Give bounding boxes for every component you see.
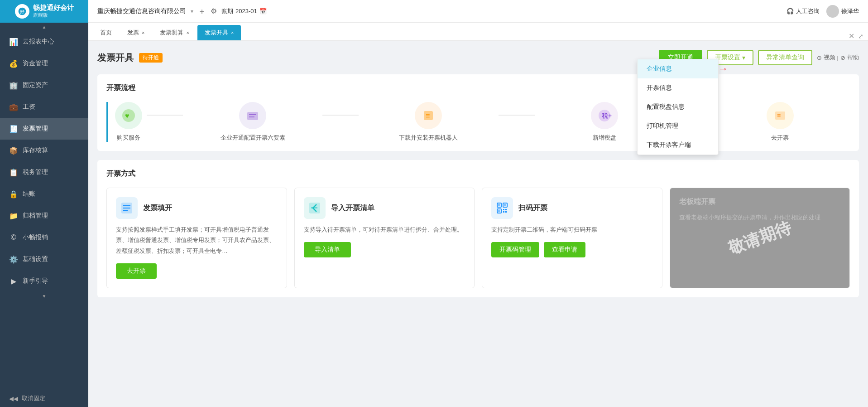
method-header-boss: 老板端开票 (679, 197, 841, 207)
jiezhang-icon: 🔒 (9, 189, 18, 199)
flow-label-0: 购买服务 (117, 134, 140, 142)
kucun-icon: 📦 (9, 146, 18, 155)
sidebar-scroll-up[interactable]: ▲ (0, 23, 88, 31)
flow-icon-2: ≡ (415, 102, 442, 129)
tabs-actions: ✕ ⤢ (849, 32, 863, 40)
tabs-expand-button[interactable]: ⤢ (858, 33, 863, 40)
tab-home[interactable]: 首页 (93, 25, 119, 40)
method-card-import: 导入开票清单 支持导入待开票清单，可对待开票清单进行拆分、合并处理。 导入清单 (294, 188, 475, 288)
sidebar-item-fapiao[interactable]: 🧾 发票管理 (0, 118, 88, 140)
tab-fapiao-close[interactable]: × (142, 30, 144, 35)
flow-label-3: 新增税盘 (593, 134, 616, 142)
sidebar-label-jichushezhi: 基础设置 (23, 255, 48, 263)
svg-text:好: 好 (20, 9, 24, 14)
qr-manage-button[interactable]: 开票码管理 (491, 242, 539, 257)
sidebar-item-jichushezhi[interactable]: ⚙️ 基础设置 (0, 248, 88, 270)
boss-desc: 查看老板端小程序提交的开票申请，并作出相应的处理 (679, 212, 841, 223)
method-header-import: 导入开票清单 (304, 197, 465, 219)
fillout-go-button[interactable]: 去开票 (116, 263, 157, 279)
flow-steps: ♥ 购买服务 企业开通配置开票六要素 ≡ (106, 102, 850, 142)
sidebar-unpin-button[interactable]: ◀◀ 取消固定 (0, 390, 88, 407)
fillout-icon (116, 197, 138, 219)
calendar-icon[interactable]: 📅 (259, 8, 267, 15)
sidebar-item-guidang[interactable]: 📁 归档管理 (0, 205, 88, 227)
sidebar-item-yunbaobiao[interactable]: 📊 云报表中心 (0, 31, 88, 53)
sidebar-item-jiezhang[interactable]: 🔒 结账 (0, 183, 88, 205)
headset-icon: 🎧 (786, 8, 794, 15)
method-header-fillout: 发票填开 (116, 197, 278, 219)
dropdown-label-taxdisk: 配置税盘信息 (647, 103, 685, 110)
tab-fapiaokaiju[interactable]: 发票开具 × (197, 25, 241, 40)
flow-section: 开票流程 ♥ 购买服务 企业开通配置开票六要素 (97, 74, 859, 151)
user-name: 徐泽华 (841, 7, 859, 15)
tab-fapiaokaiju-label: 发票开具 (205, 29, 228, 37)
tab-fapiao[interactable]: 发票 × (120, 25, 152, 40)
tabs-bar: 首页 发票 × 发票测算 × 发票开具 × ✕ ⤢ (88, 23, 868, 41)
sidebar-item-xinshouyindao[interactable]: ▶ 新手引导 (0, 270, 88, 292)
sidebar-item-kucun[interactable]: 📦 库存核算 (0, 140, 88, 161)
page-title-bar: 发票开具 待开通 立即开通 开票设置 ▾ 异常清单查询 ⊙ 视频 | ⊘ (97, 50, 859, 65)
svg-rect-15 (123, 208, 130, 208)
method-card-fillout: 发票填开 支持按照发票样式手工填开发票；可开具增值税电子普通发票、增值税普通发票… (106, 188, 287, 288)
sidebar: ▲ 📊 云报表中心 💰 资金管理 🏢 固定资产 💼 工资 🧾 发票管理 📦 库存… (0, 23, 88, 407)
dropdown-item-company[interactable]: 企业信息 → (638, 59, 718, 78)
dropdown-item-invoice-info[interactable]: 开票信息 (638, 78, 718, 97)
consult-label: 人工咨询 (796, 7, 820, 15)
sidebar-item-xiaochang[interactable]: © 小畅报销 (0, 227, 88, 248)
svg-rect-24 (498, 210, 500, 212)
sidebar-item-zijin[interactable]: 💰 资金管理 (0, 53, 88, 74)
qr-title: 扫码开票 (518, 204, 547, 213)
question-mark-icon: ⊘ (840, 54, 845, 61)
flow-step-1: 企业开通配置开票六要素 (183, 102, 322, 142)
chevron-down-icon: ▾ (742, 54, 745, 61)
flow-label-4: 去开票 (771, 134, 789, 142)
shuiwu-icon: 📋 (9, 168, 18, 177)
help-label[interactable]: 帮助 (847, 53, 859, 62)
logo-text-area: 畅捷通好会计 旗舰版 (33, 4, 74, 19)
svg-rect-14 (123, 205, 130, 206)
yunbaobiao-icon: 📊 (9, 37, 18, 46)
sidebar-item-shuiwu[interactable]: 📋 税务管理 (0, 161, 88, 183)
red-arrow-icon: → (718, 63, 728, 75)
logo-area: 好 畅捷通好会计 旗舰版 (0, 0, 88, 23)
settings-gear-icon[interactable]: ⚙ (211, 7, 217, 15)
boss-title: 老板端开票 (679, 197, 715, 207)
fillout-title: 发票填开 (143, 204, 172, 213)
svg-rect-20 (498, 204, 500, 206)
video-label[interactable]: 视频 (824, 53, 835, 62)
dropdown-item-download[interactable]: 下载开票客户端 (638, 136, 718, 155)
tab-fapiaocesuan-label: 发票测算 (160, 29, 183, 37)
flow-icon-3: 税+ (591, 102, 618, 129)
tab-fapiaocesuan-close[interactable]: × (186, 30, 189, 35)
user-menu[interactable]: 徐泽华 (826, 5, 859, 18)
consult-button[interactable]: 🎧 人工咨询 (786, 7, 820, 15)
sidebar-label-shuiwu: 税务管理 (23, 168, 48, 176)
methods-section: 开票方式 发票填开 支持按照发票样式手工填开发票；可开具增值税电子普通发票、增值… (97, 160, 859, 297)
methods-section-title: 开票方式 (106, 169, 850, 179)
qr-icon (491, 197, 513, 219)
add-button[interactable]: ＋ (198, 6, 206, 17)
tab-fapiaokaiju-close[interactable]: × (231, 30, 234, 35)
sidebar-label-zijin: 资金管理 (23, 59, 48, 68)
company-dropdown-icon[interactable]: ▾ (191, 8, 193, 15)
unpin-label: 取消固定 (22, 394, 45, 402)
svg-rect-26 (505, 209, 507, 210)
settings-button-label: 开票设置 (715, 53, 740, 62)
period-label: 账期 2023-01 📅 (221, 7, 267, 15)
flow-divider-1 (322, 115, 359, 116)
sidebar-scroll-down[interactable]: ▼ (0, 292, 88, 300)
play-circle-icon[interactable]: ⊙ (817, 54, 822, 61)
sidebar-item-gongzi[interactable]: 💼 工资 (0, 96, 88, 118)
tab-fapiao-label: 发票 (127, 29, 139, 37)
abnormal-list-button[interactable]: 异常清单查询 (758, 50, 812, 65)
flow-icon-1 (239, 102, 266, 129)
tab-fapiaocesuan[interactable]: 发票测算 × (153, 25, 196, 40)
dropdown-item-printer[interactable]: 打印机管理 (638, 116, 718, 136)
dropdown-label-invoice-info: 开票信息 (647, 84, 672, 91)
import-button[interactable]: 导入清单 (304, 242, 351, 257)
sidebar-item-gudingzichan[interactable]: 🏢 固定资产 (0, 74, 88, 96)
dropdown-item-taxdisk[interactable]: 配置税盘信息 (638, 97, 718, 116)
tabs-close-all-button[interactable]: ✕ (849, 32, 854, 40)
company-name: 重庆畅捷交通信息咨询有限公司 (97, 7, 186, 15)
view-apply-button[interactable]: 查看申请 (544, 242, 585, 257)
